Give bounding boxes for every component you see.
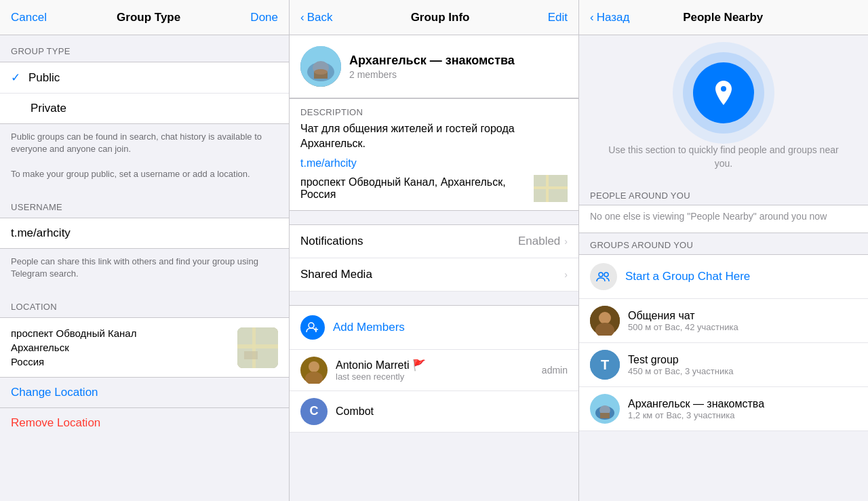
location-row: проспект Обводный Канал, Архангельск, Ро… <box>300 175 568 202</box>
nearby-group-2-avatar: T <box>590 350 620 380</box>
group-info-text: Архангельск — знакомства 2 members <box>349 54 515 80</box>
people-empty-message: No one else is viewing "People Nearby" a… <box>579 205 868 233</box>
location-map-thumbnail <box>237 327 278 368</box>
nearby-group-3-name: Архангельск — знакомства <box>628 398 857 410</box>
description-text: Чат для общения жителей и гостей города … <box>300 121 568 152</box>
group-name: Архангельск — знакомства <box>349 54 515 68</box>
public-label: Public <box>28 71 60 85</box>
nav-bar-group-info: ‹ Back Group Info Edit <box>290 0 578 35</box>
nearby-subtitle: Use this section to quickly find people … <box>579 137 868 184</box>
group-header: Архангельск — знакомства 2 members <box>290 35 578 98</box>
svg-rect-3 <box>244 351 258 359</box>
checkmark-icon: ✓ <box>11 71 20 85</box>
nearby-group-1[interactable]: Общения чат 500 м от Вас, 42 участника <box>579 299 868 343</box>
change-location-button[interactable]: Change Location <box>0 378 289 407</box>
member-2-name: Combot <box>336 405 568 418</box>
svg-rect-1 <box>237 344 278 348</box>
group-info-title: Group Info <box>332 11 547 24</box>
section-people-header: PEOPLE AROUND YOU <box>579 184 868 205</box>
description-section: DESCRIPTION Чат для общения жителей и го… <box>290 98 578 211</box>
people-nearby-title: People Nearby <box>629 11 816 24</box>
panel-group-info: ‹ Back Group Info Edit Архангельск — зна… <box>290 0 579 501</box>
add-members-row[interactable]: Add Members <box>290 305 578 350</box>
add-members-icon <box>300 315 325 340</box>
back-button[interactable]: ‹ Back <box>300 11 332 24</box>
member-2-info: Combot <box>336 405 568 418</box>
svg-rect-2 <box>252 327 256 368</box>
section-username-header: USERNAME <box>0 191 289 218</box>
group-type-list: ✓ Public Private <box>0 62 289 124</box>
start-group-chat-label: Start a Group Chat Here <box>625 270 750 283</box>
svg-point-12 <box>309 323 314 328</box>
notifications-row[interactable]: Notifications Enabled › <box>290 224 578 258</box>
location-address: проспект Обводный Канал, Архангельск, Ро… <box>300 176 534 201</box>
member-1-role: admin <box>542 365 568 376</box>
svg-point-8 <box>314 69 328 75</box>
group-chat-icon <box>590 263 617 290</box>
nearby-group-2-info: Test group 450 м от Вас, 3 участника <box>628 354 857 376</box>
public-option[interactable]: ✓ Public <box>0 62 289 94</box>
chevron-left-icon: ‹ <box>590 11 594 24</box>
nearby-group-2-distance: 450 м от Вас, 3 участника <box>628 366 857 376</box>
nearby-group-1-distance: 500 м от Вас, 42 участника <box>628 322 857 332</box>
notifications-label: Notifications <box>300 235 363 248</box>
location-display: проспект Обводный КаналАрхангельскРоссия <box>0 317 289 378</box>
svg-rect-28 <box>600 413 610 418</box>
svg-rect-11 <box>546 175 549 202</box>
svg-point-21 <box>599 312 611 324</box>
notifications-value: Enabled › <box>518 235 568 248</box>
chevron-left-icon: ‹ <box>300 11 304 24</box>
member-1-status: last seen recently <box>336 372 534 382</box>
start-group-chat-row[interactable]: Start a Group Chat Here <box>579 254 868 299</box>
chevron-right-icon: › <box>564 269 568 280</box>
remove-location-button[interactable]: Remove Location <box>0 408 289 438</box>
done-button[interactable]: Done <box>250 11 278 24</box>
section-groups-header: GROUPS AROUND YOU <box>579 233 868 254</box>
svg-point-16 <box>309 361 319 372</box>
nearby-group-1-avatar <box>590 306 620 336</box>
nearby-group-3-distance: 1,2 км от Вас, 3 участника <box>628 410 857 420</box>
nearby-group-1-name: Общения чат <box>628 310 857 322</box>
section-group-type-header: GROUP TYPE <box>0 35 289 62</box>
nearby-group-1-info: Общения чат 500 м от Вас, 42 участника <box>628 310 857 332</box>
nearby-group-3-info: Архангельск — знакомства 1,2 км от Вас, … <box>628 398 857 420</box>
edit-button[interactable]: Edit <box>548 11 568 24</box>
section-location-header: LOCATION <box>0 291 289 317</box>
chevron-right-icon: › <box>564 236 568 247</box>
member-1-avatar <box>300 357 328 384</box>
public-info-1: Public groups can be found in search, ch… <box>0 124 289 191</box>
nav-bar-group-type: Cancel Group Type Done <box>0 0 289 35</box>
svg-point-19 <box>604 273 608 277</box>
nearby-group-2[interactable]: T Test group 450 м от Вас, 3 участника <box>579 343 868 387</box>
shared-media-row[interactable]: Shared Media › <box>290 258 578 292</box>
nav-bar-people-nearby: ‹ Назад People Nearby <box>579 0 868 35</box>
svg-text:T: T <box>601 357 609 372</box>
member-1-info: Antonio Marreti 🚩 last seen recently <box>336 359 534 382</box>
username-info: People can share this link with others a… <box>0 249 289 291</box>
panel-people-nearby: ‹ Назад People Nearby Use this section t… <box>579 0 868 501</box>
nearby-group-2-name: Test group <box>628 354 857 366</box>
back-button-nearby[interactable]: ‹ Назад <box>590 11 629 24</box>
description-label: DESCRIPTION <box>300 107 568 117</box>
panel-group-type: Cancel Group Type Done GROUP TYPE ✓ Publ… <box>0 0 290 501</box>
location-icon-container <box>579 35 868 137</box>
private-label: Private <box>31 102 66 115</box>
panel-title: Group Type <box>47 11 250 24</box>
username-input[interactable]: t.me/arhcity <box>0 218 289 249</box>
cancel-button[interactable]: Cancel <box>11 11 47 24</box>
location-icon <box>693 62 754 123</box>
add-members-label: Add Members <box>333 321 405 334</box>
group-members-count: 2 members <box>349 69 515 80</box>
member-1-name: Antonio Marreti 🚩 <box>336 359 534 372</box>
svg-rect-10 <box>534 186 568 189</box>
nearby-group-3[interactable]: Архангельск — знакомства 1,2 км от Вас, … <box>579 387 868 431</box>
member-row-1: Antonio Marreti 🚩 last seen recently adm… <box>290 350 578 391</box>
member-row-2: C Combot <box>290 391 578 433</box>
svg-point-18 <box>599 273 603 277</box>
location-map <box>534 175 568 202</box>
nearby-group-3-avatar <box>590 394 620 424</box>
shared-media-value: › <box>564 269 568 280</box>
private-option[interactable]: Private <box>0 94 289 123</box>
location-text: проспект Обводный КаналАрхангельскРоссия <box>11 326 237 369</box>
group-link[interactable]: t.me/arhcity <box>300 157 568 169</box>
